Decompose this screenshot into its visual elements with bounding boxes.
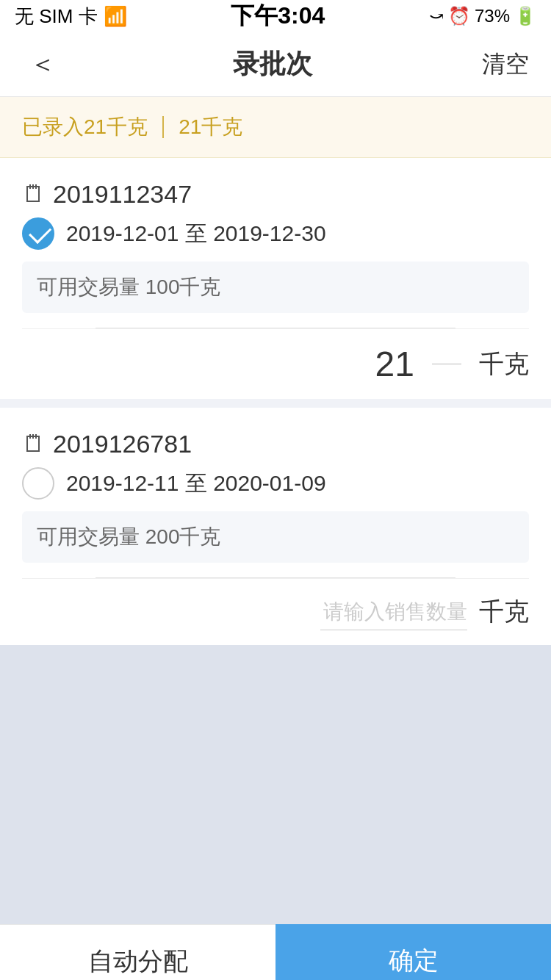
batch-doc-icon-2: 🗒: [22, 430, 46, 458]
batch-doc-icon-1: 🗒: [22, 181, 46, 208]
batch-radio-2[interactable]: [22, 467, 54, 500]
batch-radio-1[interactable]: [22, 217, 54, 250]
clear-button[interactable]: 清空: [482, 48, 529, 81]
sim-status: 无 SIM 卡: [15, 4, 98, 29]
page-title: 录批次: [233, 46, 312, 82]
location-icon: ⤻: [429, 6, 444, 26]
back-button[interactable]: ＜: [22, 39, 63, 90]
status-time: 下午3:04: [231, 0, 325, 32]
wifi-icon: 📶: [104, 5, 127, 28]
quantity-unit-2: 千克: [479, 595, 529, 629]
batch-header-2: 🗒 2019126781: [22, 430, 529, 458]
batch-header-1: 🗒 2019112347: [22, 180, 529, 209]
batch-id-2: 2019126781: [53, 430, 192, 458]
avail-quantity-2: 可用交易量 200千克: [22, 511, 529, 563]
battery-percent: 73%: [475, 6, 510, 26]
summary-divider: [162, 116, 164, 138]
batch-date-1: 2019-12-01 至 2019-12-30: [66, 219, 326, 249]
summary-label: 已录入21千克: [22, 113, 148, 141]
batch-date-row-1: 2019-12-01 至 2019-12-30: [22, 217, 529, 250]
confirm-button[interactable]: 确定: [276, 924, 551, 980]
summary-bar: 已录入21千克 21千克: [0, 97, 551, 158]
keyboard-area: [0, 645, 551, 924]
auto-distribute-button[interactable]: 自动分配: [0, 924, 276, 980]
quantity-row-1: 21 千克: [22, 328, 529, 399]
bottom-bar: 自动分配 确定: [0, 924, 551, 980]
content-area: 🗒 2019112347 2019-12-01 至 2019-12-30 可用交…: [0, 158, 551, 924]
quantity-row-2: 千克: [22, 578, 529, 645]
batch-date-row-2: 2019-12-11 至 2020-01-09: [22, 467, 529, 500]
nav-bar: ＜ 录批次 清空: [0, 32, 551, 97]
status-bar: 无 SIM 卡 📶 下午3:04 ⤻ ⏰ 73% 🔋: [0, 0, 551, 32]
batch-item-1: 🗒 2019112347 2019-12-01 至 2019-12-30 可用交…: [0, 158, 551, 399]
alarm-icon: ⏰: [448, 6, 470, 26]
quantity-unit-1: 千克: [479, 347, 529, 381]
status-left: 无 SIM 卡 📶: [15, 4, 127, 29]
battery-icon: 🔋: [514, 6, 536, 26]
quantity-input-wrapper-2: [320, 594, 467, 630]
quantity-value-1: 21: [375, 344, 414, 384]
batch-date-2: 2019-12-11 至 2020-01-09: [66, 469, 326, 499]
batch-item-2: 🗒 2019126781 2019-12-11 至 2020-01-09 可用交…: [0, 408, 551, 645]
batch-id-1: 2019112347: [53, 180, 192, 209]
section-divider: [0, 399, 551, 408]
avail-quantity-1: 可用交易量 100千克: [22, 262, 529, 313]
quantity-input-2[interactable]: [320, 594, 467, 625]
status-right: ⤻ ⏰ 73% 🔋: [429, 6, 536, 26]
summary-value: 21千克: [179, 113, 242, 141]
